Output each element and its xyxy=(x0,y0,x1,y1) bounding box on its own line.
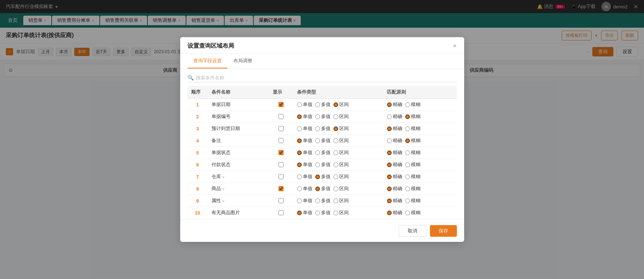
modal-close-button[interactable]: × xyxy=(453,42,457,50)
modal-overlay: 设置查询区域布局 × 查询字段设置 布局调整 🔍 顺序 条件名称 显示 xyxy=(0,0,644,81)
modal-tab-layout[interactable]: 布局调整 xyxy=(228,54,258,68)
modal-header: 设置查询区域布局 × xyxy=(180,37,464,54)
search-icon: 🔍 xyxy=(187,75,194,80)
modal-tabs: 查询字段设置 布局调整 xyxy=(180,54,464,69)
search-box: 🔍 xyxy=(187,73,457,81)
modal-dialog: 设置查询区域布局 × 查询字段设置 布局调整 🔍 顺序 条件名称 显示 xyxy=(180,37,464,81)
modal-tab-fields[interactable]: 查询字段设置 xyxy=(187,54,228,68)
search-input[interactable] xyxy=(196,75,269,80)
modal-title: 设置查询区域布局 xyxy=(187,42,234,50)
modal-body: 🔍 顺序 条件名称 显示 条件类型 匹配原则 xyxy=(180,69,464,81)
